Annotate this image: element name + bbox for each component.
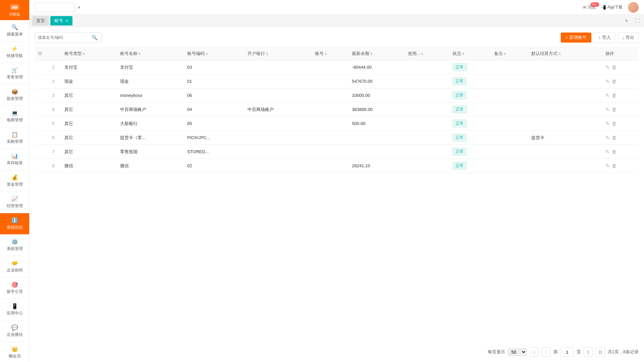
delete-button[interactable]: 🗑 <box>612 149 617 155</box>
sidebar-item-system[interactable]: ⚙️ 系统管理 <box>0 235 29 256</box>
delete-button[interactable]: 🗑 <box>612 93 617 99</box>
status-badge: 正常 <box>452 106 467 113</box>
th-code[interactable]: 账号编码⇅ <box>184 47 245 60</box>
search-box[interactable]: 🔍 <box>35 32 102 43</box>
edit-button[interactable]: ✎ <box>605 135 610 141</box>
search-input[interactable] <box>38 35 92 40</box>
sidebar-item-search[interactable]: 🔍 搜索菜单 <box>0 20 29 42</box>
delete-button[interactable]: 🗑 <box>612 163 617 169</box>
page-number-input[interactable] <box>560 347 574 357</box>
row-status: 正常 <box>450 145 491 159</box>
edit-button[interactable]: ✎ <box>605 163 610 169</box>
sidebar-item-basic-info-label: 基础信息 <box>7 225 23 230</box>
delete-button[interactable]: 🗑 <box>612 121 617 127</box>
sidebar-item-operations[interactable]: 📈 经营管理 <box>0 192 29 213</box>
edit-button[interactable]: ✎ <box>605 149 610 155</box>
row-name: 微信 <box>117 159 184 173</box>
th-type[interactable]: 账号类型⇅ <box>62 47 117 60</box>
inventory-icon: 📊 <box>11 153 18 159</box>
row-action: ✎ 🗑 <box>603 60 639 74</box>
row-balance: 10000.00 <box>349 88 405 103</box>
edit-button[interactable]: ✎ <box>605 121 610 127</box>
edit-button[interactable]: ✎ <box>605 64 610 70</box>
th-remark[interactable]: 备注⇅ <box>491 47 529 60</box>
row-default-payment <box>529 88 603 103</box>
page-size-select[interactable]: 50 100 200 <box>508 348 527 356</box>
tab-account-close-icon[interactable]: ✕ <box>65 18 68 23</box>
tab-account[interactable]: 账号 ✕ <box>50 16 72 25</box>
system-icon: ⚙️ <box>11 239 18 245</box>
tab-home-label: 首页 <box>36 18 45 24</box>
th-bank[interactable]: 开户银行⇅ <box>245 47 312 60</box>
th-account-label: 账号 <box>315 51 324 56</box>
row-num: 5 <box>45 117 62 131</box>
row-usage <box>405 103 450 117</box>
row-type: 其它 <box>62 131 117 145</box>
row-type: 现金 <box>62 74 117 88</box>
sidebar-item-wholesale[interactable]: 📦 批发管理 <box>0 84 29 106</box>
last-page-button[interactable]: ⟩⟩ <box>596 347 605 357</box>
search-icon[interactable]: 🔍 <box>92 35 97 40</box>
row-checkbox-cell <box>35 145 45 159</box>
th-balance[interactable]: 最新余额⇅ <box>349 47 405 60</box>
th-type-label: 账号类型 <box>64 51 82 56</box>
edit-button[interactable]: ✎ <box>605 78 610 84</box>
sidebar-item-operations-label: 经营管理 <box>7 203 23 209</box>
sidebar-item-shortcuts[interactable]: ⚡ 快捷导航 <box>0 42 29 63</box>
sidebar-item-member[interactable]: 👑 畅会员 <box>0 342 29 362</box>
sidebar-item-retail[interactable]: 🛒 零售管理 <box>0 63 29 84</box>
user-avatar[interactable] <box>628 2 639 13</box>
edit-button[interactable]: ✎ <box>605 107 610 113</box>
status-badge: 正常 <box>452 63 467 71</box>
sidebar-item-collaboration[interactable]: 🤝 企业协同 <box>0 256 29 278</box>
row-checkbox-cell <box>35 74 45 88</box>
row-bank <box>245 145 312 159</box>
import-button[interactable]: ↑ 导入 <box>594 32 615 43</box>
row-type: 其它 <box>62 103 117 117</box>
row-usage <box>405 74 450 88</box>
add-account-button[interactable]: + 新增账号 <box>561 33 591 43</box>
row-balance: -90444.00 <box>349 60 405 74</box>
th-settings[interactable]: ⚙ <box>35 47 45 60</box>
row-default-payment <box>529 60 603 74</box>
sidebar-item-guide[interactable]: 🎯 新手引导 <box>0 278 29 299</box>
tab-maximize-button[interactable]: ⛶ <box>633 17 641 25</box>
topbar-dropdown-icon[interactable]: ▾ <box>78 5 80 10</box>
th-usage[interactable]: 使用...⇅ <box>405 47 450 60</box>
tab-minimize-button[interactable]: ✕ <box>623 17 631 25</box>
sidebar-item-finance[interactable]: 💰 资金管理 <box>0 170 29 192</box>
sidebar-item-retail-label: 零售管理 <box>7 74 23 80</box>
sidebar-item-app-center[interactable]: 📱 应用中心 <box>0 299 29 320</box>
th-name[interactable]: 账号名称⇅ <box>117 47 184 60</box>
next-page-button[interactable]: ⟩ <box>584 347 593 357</box>
topbar-search-input[interactable] <box>35 3 75 12</box>
delete-button[interactable]: 🗑 <box>612 64 617 70</box>
tab-home[interactable]: 首页 <box>32 16 49 25</box>
prev-page-button[interactable]: ⟨ <box>541 347 551 357</box>
sidebar-item-ecommerce[interactable]: 💻 电商管理 <box>0 106 29 127</box>
first-page-button[interactable]: ⟨⟨ <box>529 347 539 357</box>
delete-button[interactable]: 🗑 <box>612 135 617 141</box>
sidebar-item-inventory-label: 库存核算 <box>7 160 23 166</box>
sidebar-item-inventory[interactable]: 📊 库存核算 <box>0 149 29 170</box>
search-menu-icon: 🔍 <box>11 24 18 31</box>
toolbar-right: + 新增账号 ↑ 导入 ↓ 导出 <box>561 32 639 43</box>
table-header-row: ⚙ 账号类型⇅ 账号名称⇅ 账号编码⇅ 开户银行⇅ 账号⇅ 最新余额⇅ 使用..… <box>35 47 639 60</box>
edit-button[interactable]: ✎ <box>605 93 610 99</box>
delete-button[interactable]: 🗑 <box>612 107 617 113</box>
sidebar-item-wechat[interactable]: 💬 企业微信 <box>0 320 29 342</box>
sidebar-item-basic-info[interactable]: ℹ️ 基础信息 <box>0 213 29 235</box>
message-button[interactable]: ✉ 消息 99+ <box>583 4 596 10</box>
th-default-payment[interactable]: 默认结算方式⇅ <box>529 47 603 60</box>
logo: 畅捷 乐账版 <box>0 0 29 20</box>
sidebar-item-guide-label: 新手引导 <box>7 289 23 295</box>
delete-button[interactable]: 🗑 <box>612 78 617 84</box>
th-status[interactable]: 状态⇅ <box>450 47 491 60</box>
row-code: 05 <box>184 117 245 131</box>
sidebar-item-purchase[interactable]: 📋 采购管理 <box>0 127 29 149</box>
th-account[interactable]: 账号⇅ <box>312 47 350 60</box>
app-download-button[interactable]: 📲 App下载 <box>601 4 623 10</box>
export-button[interactable]: ↓ 导出 <box>618 32 639 43</box>
row-code: 02 <box>184 159 245 173</box>
row-name: 零售抵现 <box>117 145 184 159</box>
